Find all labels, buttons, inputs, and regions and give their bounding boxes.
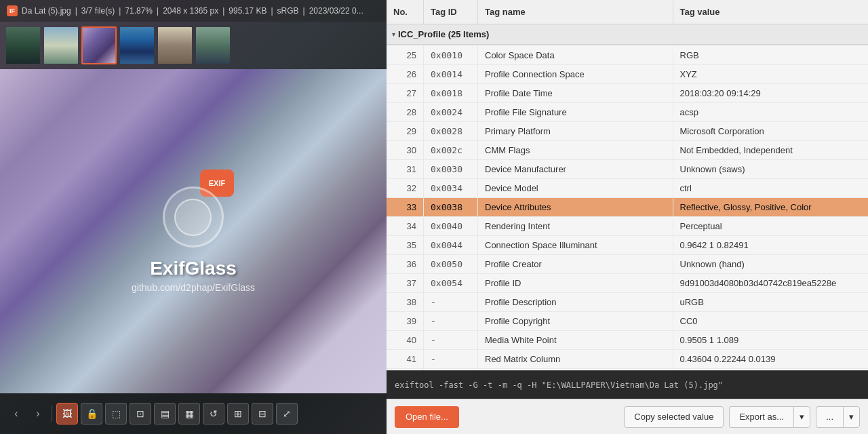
table-row[interactable]: 40-Media White Point0.9505 1 1.089 — [387, 331, 868, 350]
separator-pipe4: | — [271, 6, 273, 16]
cell-tag-id: 0x0054 — [424, 274, 478, 292]
toolbar-size-btn[interactable]: ⊡ — [130, 403, 151, 425]
cell-no: 35 — [387, 236, 424, 254]
cell-tag-name: Profile Creator — [478, 255, 673, 273]
toolbar-rotate-btn[interactable]: ↺ — [203, 403, 224, 425]
cell-tag-name: Primary Platform — [478, 122, 673, 140]
cell-tag-id: 0x0018 — [424, 84, 478, 102]
exif-data-panel: No. Tag ID Tag name Tag value ▾ ICC_Prof… — [387, 0, 868, 434]
thumbnail-1[interactable] — [5, 26, 41, 64]
table-row[interactable]: 260x0014Profile Connection SpaceXYZ — [387, 65, 868, 84]
action-bar: Open file... Copy selected value Export … — [387, 399, 868, 434]
table-row[interactable]: 41-Red Matrix Column0.43604 0.22244 0.01… — [387, 350, 868, 369]
table-row[interactable]: 350x0044Connection Space Illuminant0.964… — [387, 236, 868, 255]
cell-tag-value: Unknown (saws) — [673, 160, 869, 178]
cell-tag-value: CC0 — [673, 312, 869, 330]
cell-tag-name: Device Model — [478, 179, 673, 197]
table-row[interactable]: 360x0050Profile CreatorUnknown (hand) — [387, 255, 868, 274]
cell-tag-value: Display Device Profile — [673, 45, 869, 45]
cell-no: 36 — [387, 255, 424, 273]
copy-selected-button[interactable]: Copy selected value — [624, 406, 724, 428]
cell-tag-name: Profile Description — [478, 293, 673, 311]
cell-tag-id: 0x0030 — [424, 160, 478, 178]
cell-tag-value: uRGB — [673, 293, 869, 311]
toolbar-grid-btn[interactable]: ⬚ — [105, 403, 127, 425]
table-row[interactable]: 310x0030Device ManufacturerUnknown (saws… — [387, 160, 868, 179]
separator-pipe5: | — [303, 6, 305, 16]
cell-tag-name: Device Attributes — [478, 198, 673, 216]
cell-tag-id: 0x0040 — [424, 217, 478, 235]
separator-dot: | — [75, 6, 77, 16]
toolbar-lock-btn[interactable]: 🔒 — [81, 403, 102, 425]
cell-tag-id: - — [424, 331, 478, 349]
col-tag-value: Tag value — [673, 0, 869, 24]
thumbnail-3[interactable] — [81, 26, 117, 64]
thumbnail-2[interactable] — [43, 26, 79, 64]
table-row[interactable]: 270x0018Profile Date Time2018:03:20 09:1… — [387, 84, 868, 103]
cell-tag-name: Profile Copyright — [478, 312, 673, 330]
cell-tag-name: Profile Date Time — [478, 84, 673, 102]
more-button[interactable]: ... — [816, 406, 843, 428]
cell-tag-id: 0x000c — [424, 45, 478, 45]
export-dropdown-button[interactable]: ▾ — [793, 406, 810, 428]
next-button[interactable]: › — [28, 404, 47, 423]
table-row[interactable]: 250x0010Color Space DataRGB — [387, 46, 868, 65]
table-row[interactable]: 370x0054Profile ID9d91003d4080b03d40742c… — [387, 274, 868, 293]
cell-no: 26 — [387, 65, 424, 83]
prev-button[interactable]: ‹ — [7, 404, 26, 423]
cell-tag-id: 0x002c — [424, 141, 478, 159]
cell-tag-name: Rendering Intent — [478, 217, 673, 235]
cell-tag-name: Color Space Data — [478, 46, 673, 64]
toolbar-multi-btn[interactable]: ⊟ — [252, 403, 273, 425]
toolbar-fullscreen-btn[interactable]: ⤢ — [276, 403, 298, 425]
chevron-down-icon: ▾ — [392, 31, 395, 38]
toolbar-image-btn[interactable]: 🖼 — [56, 403, 78, 425]
cell-no: 33 — [387, 198, 424, 216]
table-row[interactable]: 300x002cCMM FlagsNot Embedded, Independe… — [387, 141, 868, 160]
logo-title: ExifGlass — [132, 258, 255, 279]
more-dropdown-button[interactable]: ▾ — [843, 406, 860, 428]
file-size: 995.17 KB — [229, 6, 267, 16]
thumbnail-more[interactable] — [195, 26, 231, 64]
thumbnail-strip — [0, 22, 387, 69]
table-row[interactable]: 39-Profile CopyrightCC0 — [387, 312, 868, 331]
thumbnail-5[interactable] — [157, 26, 193, 64]
table-body: 220x0004Profile CMM TypeLittle CMS230x00… — [387, 45, 868, 370]
logo-icon: EXIF — [153, 170, 234, 251]
table-row[interactable]: 330x0038Device AttributesReflective, Glo… — [387, 198, 868, 217]
export-button[interactable]: Export as... — [729, 406, 793, 428]
cell-no: 40 — [387, 331, 424, 349]
cell-no: 28 — [387, 103, 424, 121]
cell-tag-value: XYZ — [673, 65, 869, 83]
cell-tag-id: 0x0050 — [424, 255, 478, 273]
logo-circle — [163, 186, 224, 248]
cell-tag-name: Profile File Signature — [478, 103, 673, 121]
exifglass-logo: EXIF ExifGlass github.com/d2phap/ExifGla… — [132, 170, 255, 293]
thumbnail-4[interactable] — [119, 26, 155, 64]
table-row[interactable]: 38-Profile DescriptionuRGB — [387, 293, 868, 312]
cell-tag-value: Microsoft Corporation — [673, 122, 869, 140]
toolbar-gallery-btn[interactable]: ⊞ — [227, 403, 249, 425]
open-file-button[interactable]: Open file... — [395, 406, 459, 428]
cell-tag-name: Red Matrix Column — [478, 350, 673, 368]
group-icc-profile[interactable]: ▾ ICC_Profile (25 Items) — [387, 24, 868, 45]
cell-no: 27 — [387, 84, 424, 102]
app-icon: IF — [7, 5, 18, 16]
toolbar-list-btn[interactable]: ▤ — [154, 403, 176, 425]
cell-no: 39 — [387, 312, 424, 330]
cell-tag-value: 9d91003d4080b03d40742c819ea5228e — [673, 274, 869, 292]
table-row[interactable]: 280x0024Profile File Signatureacsp — [387, 103, 868, 122]
top-bar: IF Da Lat (5).jpg | 3/7 file(s) | 71.87%… — [0, 0, 387, 22]
table-row[interactable]: 340x0040Rendering IntentPerceptual — [387, 217, 868, 236]
table-row[interactable]: 320x0034Device Modelctrl — [387, 179, 868, 198]
separator-pipe: | — [119, 6, 121, 16]
cell-tag-value: Not Embedded, Independent — [673, 141, 869, 159]
cell-tag-name: Connection Space Illuminant — [478, 236, 673, 254]
separator-pipe2: | — [157, 6, 159, 16]
table-row[interactable]: 290x0028Primary PlatformMicrosoft Corpor… — [387, 122, 868, 141]
date-label: 2023/03/22 0... — [309, 6, 363, 16]
group-label: ICC_Profile (25 Items) — [398, 29, 489, 39]
cell-tag-value: 2018:03:20 09:14:29 — [673, 84, 869, 102]
cell-no: 25 — [387, 46, 424, 64]
toolbar-chart-btn[interactable]: ▦ — [178, 403, 200, 425]
